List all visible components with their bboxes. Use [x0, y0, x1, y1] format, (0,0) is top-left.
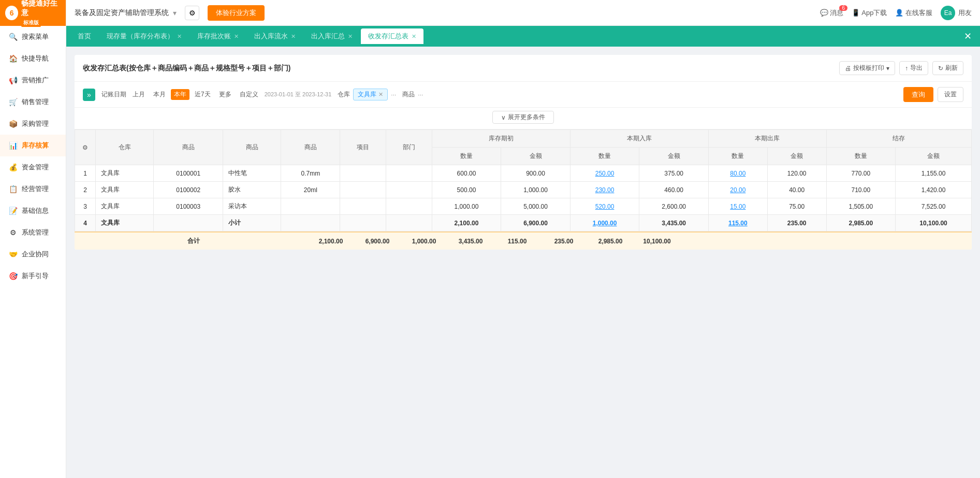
row-project: [340, 182, 386, 198]
table-header-row1: ⚙ 仓库 商品 商品 商品 项目 部门 库存期初 本期入库 本期出库 结存: [75, 130, 972, 148]
phone-icon: 📱: [852, 9, 860, 17]
filter-settings-btn[interactable]: 设置: [938, 87, 963, 102]
basic-icon: 📝: [8, 206, 18, 215]
tab-4[interactable]: 出入库汇总✕: [304, 28, 360, 44]
refresh-btn[interactable]: ↻ 刷新: [932, 61, 963, 75]
filter-action-btns: 查询 设置: [903, 87, 963, 102]
tab-5[interactable]: 收发存汇总表✕: [361, 28, 423, 44]
warehouse-more[interactable]: ···: [391, 91, 396, 98]
sidebar-label-inventory: 库存核算: [22, 141, 49, 150]
row-out-qty[interactable]: 15.00: [708, 198, 767, 215]
tab-1[interactable]: 现存量（库存分布表）✕: [99, 28, 189, 44]
tab-0[interactable]: 首页: [70, 28, 98, 44]
sidebar-item-quicknav[interactable]: 🏠快捷导航: [0, 48, 66, 69]
row-no: 3: [75, 198, 96, 215]
tab-close-4[interactable]: ✕: [348, 33, 353, 40]
date-btn-更多[interactable]: 更多: [216, 89, 235, 100]
message-btn[interactable]: 💬 消息 6: [820, 8, 844, 18]
row-out-amt: 120.00: [767, 165, 826, 182]
sidebar-item-guide[interactable]: 🎯新手引导: [0, 265, 66, 287]
sidebar-item-marketing[interactable]: 📢营销推广: [0, 69, 66, 91]
settings-btn[interactable]: ⚙: [185, 6, 199, 20]
sidebar-item-sales[interactable]: 🛒销售管理: [0, 91, 66, 113]
date-btn-近7天[interactable]: 近7天: [192, 89, 214, 100]
row-out-amt: 75.00: [767, 198, 826, 215]
tab-close-1[interactable]: ✕: [177, 33, 182, 40]
sidebar-item-purchase[interactable]: 📦采购管理: [0, 113, 66, 135]
date-btn-上月[interactable]: 上月: [129, 89, 148, 100]
tabbar-close-btn[interactable]: ✕: [960, 31, 976, 42]
name-header: 商品: [223, 130, 281, 165]
service-icon: 👤: [895, 9, 903, 17]
date-btn-本月[interactable]: 本月: [150, 89, 169, 100]
sidebar-item-inventory[interactable]: 📊库存核算: [0, 135, 66, 156]
table-row: 3 文具库 0100003 采访本 1,000.00 5,000.00 520.…: [75, 198, 972, 215]
tab-label-5: 收发存汇总表: [368, 32, 408, 41]
tab-2[interactable]: 库存批次账✕: [190, 28, 246, 44]
sidebar-item-finance[interactable]: 💰资金管理: [0, 156, 66, 178]
row-out-qty[interactable]: 115.00: [708, 215, 767, 231]
export-icon: ↑: [905, 65, 908, 72]
app-download-btn[interactable]: 📱 App下载: [852, 8, 887, 18]
code-header: 商品: [154, 130, 223, 165]
row-project: [340, 215, 386, 231]
print-btn[interactable]: 🖨 按模板打印 ▾: [839, 61, 895, 75]
message-icon: 💬: [820, 9, 828, 17]
trial-btn[interactable]: 体验行业方案: [208, 5, 265, 21]
row-in-qty[interactable]: 250.00: [570, 165, 639, 182]
row-in-qty[interactable]: 230.00: [570, 182, 639, 198]
sidebar-item-search[interactable]: 🔍搜索菜单: [0, 26, 66, 48]
row-bal-qty: 1,505.00: [826, 198, 896, 215]
warehouse-tag-remove[interactable]: ✕: [378, 91, 383, 98]
row-bal-amt: 7,525.00: [896, 198, 972, 215]
in-header: 本期入库: [570, 130, 708, 148]
user-area[interactable]: Ea 用友: [941, 6, 972, 20]
expand-more-btn[interactable]: ∨ 展开更多条件: [492, 111, 554, 124]
row-out-qty[interactable]: 80.00: [708, 165, 767, 182]
query-btn[interactable]: 查询: [903, 87, 933, 102]
message-badge: 6: [839, 5, 847, 11]
footer-open-amt: 6,900.00: [354, 238, 401, 245]
date-btn-本年[interactable]: 本年: [171, 89, 189, 100]
online-service-btn[interactable]: 👤 在线客服: [895, 8, 932, 18]
warehouse-tag[interactable]: 文具库 ✕: [353, 89, 388, 100]
row-spec: [281, 215, 340, 231]
tabbar: 首页现存量（库存分布表）✕库存批次账✕出入库流水✕出入库汇总✕收发存汇总表✕ ✕: [66, 26, 980, 47]
sidebar-item-operation[interactable]: 📋经营管理: [0, 178, 66, 200]
date-range: 2023-01-01 至 2023-12-31: [265, 91, 332, 98]
footer-label: 合计: [80, 237, 308, 245]
tab-3[interactable]: 出入库流水✕: [247, 28, 303, 44]
export-btn[interactable]: ↑ 导出: [899, 61, 928, 75]
date-btn-自定义[interactable]: 自定义: [237, 89, 261, 100]
footer-in-amt: 3,435.00: [447, 238, 494, 245]
row-code: 0100003: [154, 198, 223, 215]
print-dropdown-icon: ▾: [886, 65, 889, 72]
filter-bar: » 记账日期 上月本月本年近7天更多自定义 2023-01-01 至 2023-…: [75, 82, 972, 108]
sidebar-item-corp[interactable]: 🤝企业协同: [0, 243, 66, 265]
row-open-qty: 2,100.00: [432, 215, 501, 231]
out-header: 本期出库: [708, 130, 826, 148]
row-code: [154, 215, 223, 231]
tab-close-5[interactable]: ✕: [412, 33, 416, 40]
tab-close-3[interactable]: ✕: [291, 33, 296, 40]
date-filter-group: 记账日期 上月本月本年近7天更多自定义 2023-01-01 至 2023-12…: [101, 89, 331, 100]
product-filter-group: 商品 ···: [402, 90, 423, 99]
in-qty-header: 数量: [570, 148, 639, 165]
row-in-qty[interactable]: 520.00: [570, 198, 639, 215]
tab-close-2[interactable]: ✕: [234, 33, 239, 40]
row-bal-amt: 1,420.00: [896, 182, 972, 198]
product-more[interactable]: ···: [418, 91, 423, 98]
warehouse-header: 仓库: [96, 130, 154, 165]
row-dept: [386, 182, 432, 198]
row-in-qty[interactable]: 1,000.00: [570, 215, 639, 231]
purchase-icon: 📦: [8, 119, 18, 128]
sidebar-item-system[interactable]: ⚙系统管理: [0, 222, 66, 243]
gear-header: ⚙: [75, 130, 96, 165]
spec-header: 商品: [281, 130, 340, 165]
bal-qty-header: 数量: [826, 148, 896, 165]
sidebar-label-sales: 销售管理: [22, 97, 49, 107]
filter-expand-btn[interactable]: »: [83, 89, 95, 101]
row-open-amt: 5,000.00: [501, 198, 571, 215]
sidebar-item-basic[interactable]: 📝基础信息: [0, 200, 66, 222]
row-out-qty[interactable]: 20.00: [708, 182, 767, 198]
